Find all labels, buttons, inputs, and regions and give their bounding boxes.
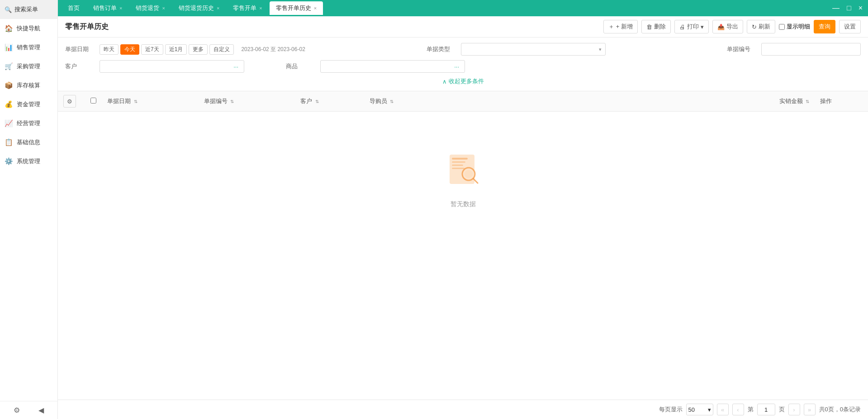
delete-button[interactable]: 🗑 删除 [641, 20, 671, 33]
display-label: 显示明细 [787, 23, 810, 31]
doc-type-select[interactable]: ▾ [461, 43, 606, 56]
next-page-btn[interactable]: › [788, 404, 800, 415]
customer-dots[interactable]: ··· [232, 63, 240, 70]
sort-customer-icon[interactable]: ⇅ [315, 99, 319, 104]
col-guide-header: 导购员 ⇅ [364, 91, 447, 112]
sidebar-item-label: 资金管理 [17, 100, 40, 108]
doc-no-input[interactable] [761, 43, 861, 56]
svg-rect-3 [452, 165, 463, 166]
pagination-bar: 每页显示 50 ▾ « ‹ 第 页 › » 共0页，0条记录 [58, 400, 868, 419]
tab-home[interactable]: 首页 [62, 1, 86, 15]
tab-sales-order[interactable]: 销售订单× [87, 1, 128, 15]
page-title: 零售开单历史 [65, 22, 600, 32]
page-word-before: 第 [748, 405, 754, 414]
refresh-button[interactable]: ↻ 刷新 [747, 20, 775, 33]
close-app-btn[interactable]: × [857, 3, 864, 13]
add-button[interactable]: ＋ + 新增 [603, 20, 638, 33]
system-mgmt-icon: ⚙️ [5, 157, 13, 165]
last-page-btn[interactable]: » [804, 404, 816, 415]
print-button[interactable]: 🖨 打印 ▾ [674, 20, 709, 33]
page-size-select[interactable]: 50 ▾ [686, 404, 713, 415]
sidebar-item-base-info[interactable]: 📋 基础信息 [0, 133, 57, 152]
sidebar-search-label: 搜索采单 [14, 5, 38, 14]
table-header: ⚙ 单据日期 ⇅ 单据编号 ⇅ 客户 [58, 91, 868, 112]
date-btn-today[interactable]: 今天 [120, 44, 139, 55]
date-btn-yesterday[interactable]: 昨天 [100, 44, 119, 55]
data-table: ⚙ 单据日期 ⇅ 单据编号 ⇅ 客户 [58, 91, 868, 245]
tab-close-sales-order[interactable]: × [119, 5, 122, 11]
tab-sales-return[interactable]: 销货退货× [129, 1, 171, 15]
sidebar-item-quick-nav[interactable]: 🏠 快捷导航 [0, 19, 57, 38]
goods-select[interactable]: ··· [320, 60, 465, 73]
goods-dots[interactable]: ··· [452, 63, 461, 70]
delete-label: 删除 [654, 23, 666, 31]
sidebar-item-label: 库存核算 [17, 81, 40, 89]
base-info-icon: 📋 [5, 138, 13, 146]
tab-retail-open-history[interactable]: 零售开单历史× [270, 1, 323, 15]
tab-retail-open[interactable]: 零售开单× [227, 1, 268, 15]
minimize-btn[interactable]: — [830, 3, 841, 13]
print-icon: 🖨 [679, 24, 685, 30]
sidebar-item-label: 销售管理 [17, 43, 40, 52]
maximize-btn[interactable]: □ [845, 3, 853, 13]
sidebar-item-operations[interactable]: 📈 经营管理 [0, 114, 57, 133]
sidebar-item-label: 基础信息 [17, 138, 40, 146]
col-customer-header: 客户 ⇅ [295, 91, 364, 112]
goods-label: 商品 [286, 62, 313, 71]
table-area: ⚙ 单据日期 ⇅ 单据编号 ⇅ 客户 [58, 91, 868, 400]
sidebar-item-purchase-mgmt[interactable]: 🛒 采购管理 [0, 57, 57, 76]
first-page-btn[interactable]: « [717, 404, 729, 415]
tab-close-retail-open[interactable]: × [259, 5, 262, 11]
add-icon: ＋ [608, 23, 614, 31]
sort-guide-icon[interactable]: ⇅ [390, 99, 394, 104]
sidebar-item-sales-mgmt[interactable]: 📊 销售管理 [0, 38, 57, 57]
svg-rect-2 [452, 161, 465, 163]
display-detail-checkbox[interactable] [779, 24, 785, 30]
checkbox-header [85, 91, 102, 112]
svg-rect-1 [452, 158, 468, 160]
tab-label-sales-return: 销货退货 [136, 4, 159, 12]
tab-close-sales-return-history[interactable]: × [217, 5, 219, 11]
delete-icon: 🗑 [646, 24, 652, 30]
date-btn-more[interactable]: 更多 [189, 44, 208, 55]
customer-select[interactable]: ··· [100, 60, 244, 73]
sort-amount-icon[interactable]: ⇅ [806, 99, 809, 104]
sidebar-item-label: 经营管理 [17, 119, 40, 127]
query-button[interactable]: 查询 [814, 20, 835, 33]
tab-close-retail-open-history[interactable]: × [314, 5, 317, 11]
main-area: 首页销售订单×销货退货×销货退货历史×零售开单×零售开单历史× — □ × 零售… [58, 0, 868, 419]
date-quick-btns: 昨天今天近7天近1月更多自定义 [100, 44, 234, 55]
prev-page-btn[interactable]: ‹ [732, 404, 744, 415]
sort-no-icon[interactable]: ⇅ [230, 99, 234, 104]
col-no-header: 单据编号 ⇅ [199, 91, 295, 112]
date-btn-last_month[interactable]: 近1月 [165, 44, 187, 55]
date-btn-last7[interactable]: 近7天 [141, 44, 163, 55]
finance-icon: 💰 [5, 100, 13, 108]
tab-sales-return-history[interactable]: 销货退货历史× [172, 1, 226, 15]
collapse-label: 收起更多条件 [449, 77, 484, 85]
collapse-row: ∧ 收起更多条件 [65, 77, 861, 85]
sidebar-item-finance[interactable]: 💰 资金管理 [0, 95, 57, 114]
config-icon: ⚙ [67, 98, 72, 105]
print-dropdown-icon: ▾ [701, 24, 704, 30]
tab-label-sales-order: 销售订单 [93, 4, 117, 12]
display-detail-toggle[interactable]: 显示明细 [779, 23, 810, 31]
tab-label-retail-open: 零售开单 [233, 4, 256, 12]
sidebar-item-inventory[interactable]: 📦 库存核算 [0, 76, 57, 95]
page-number-input[interactable] [757, 404, 775, 415]
sort-date-icon[interactable]: ⇅ [134, 99, 138, 104]
sidebar-item-system-mgmt[interactable]: ⚙️ 系统管理 [0, 152, 57, 171]
select-all-checkbox[interactable] [90, 98, 96, 104]
settings-icon[interactable]: ⚙ [14, 406, 20, 414]
settings-button[interactable]: 设置 [839, 20, 861, 33]
collapse-sidebar-btn[interactable]: ◀ [38, 406, 44, 414]
collapse-btn[interactable]: ∧ 收起更多条件 [442, 77, 484, 85]
filter-row-1: 单据日期 昨天今天近7天近1月更多自定义 2023-06-02 至 2023-0… [65, 43, 861, 56]
date-btn-custom[interactable]: 自定义 [209, 44, 234, 55]
export-button[interactable]: 📤 导出 [712, 20, 743, 33]
sidebar-search[interactable]: 🔍 搜索采单 [0, 0, 57, 19]
table-config-btn[interactable]: ⚙ [63, 95, 76, 108]
tab-close-sales-return[interactable]: × [162, 5, 165, 11]
tab-label-home: 首页 [68, 4, 80, 12]
table-config-header: ⚙ [58, 91, 85, 112]
